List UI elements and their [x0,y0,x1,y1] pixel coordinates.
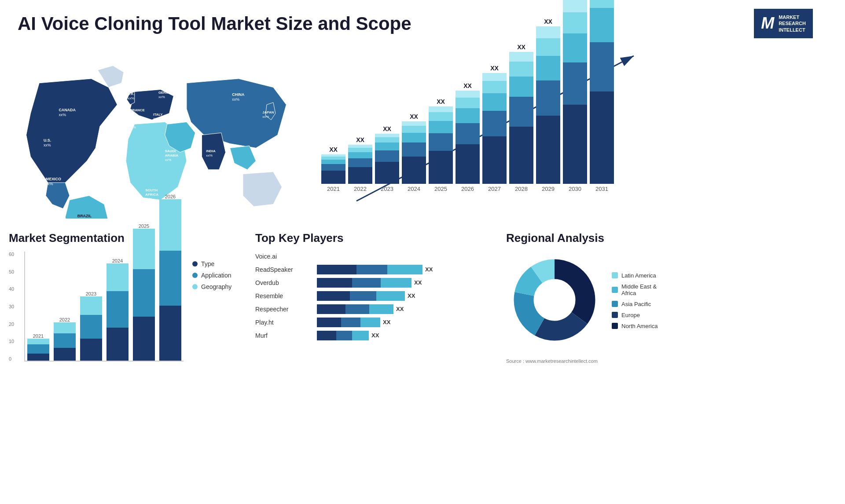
seg-bars: 2021 2022 2023 [24,252,184,362]
svg-text:ITALY: ITALY [153,112,163,116]
legend-apac: Asia Pacific [612,301,658,307]
bar-group-2028: XX 2028 [509,44,533,192]
regional-content: Latin America Middle East &Africa Asia P… [506,252,836,350]
svg-text:SPAIN: SPAIN [129,121,140,125]
player-row-overdub: Overdub XX [255,278,497,288]
player-row-playht: Play.ht XX [255,318,497,327]
svg-text:AFRICA: AFRICA [145,193,158,197]
top-row: CANADA xx% U.S. xx% MEXICO xx% BRAZIL xx… [0,43,845,225]
svg-text:xx%: xx% [158,95,165,99]
svg-text:xx%: xx% [128,96,134,100]
svg-text:CANADA: CANADA [59,108,76,112]
legend-north-america: North America [612,323,658,329]
svg-text:INDIA: INDIA [206,149,216,153]
seg-legend: Type Application Geography [192,260,231,362]
svg-text:FRANCE: FRANCE [130,108,145,112]
source-text: Source : www.marketresearchintellect.com [506,358,598,364]
svg-text:xx%: xx% [165,158,172,162]
svg-text:xx%: xx% [59,112,66,117]
y-axis: 60 50 40 30 20 10 0 [9,252,14,362]
player-row-murf: Murf XX [255,331,497,340]
legend-geography: Geography [192,283,231,290]
svg-text:SAUDI: SAUDI [165,149,176,153]
world-map-section: CANADA xx% U.S. xx% MEXICO xx% BRAZIL xx… [9,43,304,225]
players-list: Voice.ai ReadSpeaker XX Overdub [255,252,497,340]
player-row-resemble: Resemble XX [255,291,497,301]
svg-text:ARABIA: ARABIA [165,153,179,157]
key-players-title: Top Key Players [255,231,497,245]
player-row-respeecher: Respeecher XX [255,304,497,314]
regional-section: Regional Analysis [506,231,836,365]
svg-text:xx%: xx% [232,97,239,102]
svg-text:CHINA: CHINA [232,92,245,97]
logo-box: M MARKET RESEARCH INTELLECT [754,9,813,38]
key-players-section: Top Key Players Voice.ai ReadSpeaker XX [255,231,497,365]
bar-group-2023: XX 2023 [375,125,399,192]
player-row-voiceai: Voice.ai [255,252,497,261]
segmentation-title: Market Segmentation [9,231,246,245]
bar-group-2026: XX 2026 [456,82,480,192]
svg-point-39 [535,280,574,320]
seg-bar-2022: 2022 [54,315,76,361]
seg-bar-2024: 2024 [107,256,129,361]
header: AI Voice Cloning Tool Market Size and Sc… [0,0,845,43]
svg-text:BRAZIL: BRAZIL [77,214,92,218]
svg-text:xx%: xx% [44,142,51,147]
seg-chart-wrapper: 60 50 40 30 20 10 0 2021 [9,252,184,362]
bar-group-2024: XX 2024 [402,113,426,192]
bar-chart-bars: XX 2021 XX [321,43,827,192]
bottom-row: Market Segmentation 60 50 40 30 20 10 0 [0,229,845,367]
page-title: AI Voice Cloning Tool Market Size and Sc… [18,13,411,34]
svg-text:xx%: xx% [130,112,137,116]
source-area: Source : www.marketresearchintellect.com [506,357,836,365]
logo-text: MARKET RESEARCH INTELLECT [779,14,806,33]
seg-bar-2021: 2021 [27,332,49,361]
svg-text:xx%: xx% [46,182,53,186]
segmentation-section: Market Segmentation 60 50 40 30 20 10 0 [9,231,246,365]
svg-text:MEXICO: MEXICO [46,177,61,181]
legend-europe: Europe [612,312,658,318]
bar-group-2027: XX 2027 [482,65,507,192]
logo-letter: M [761,14,774,33]
svg-text:xx%: xx% [145,197,152,201]
legend-application: Application [192,272,231,279]
legend-type: Type [192,260,231,267]
regional-title: Regional Analysis [506,231,836,245]
world-map-svg: CANADA xx% U.S. xx% MEXICO xx% BRAZIL xx… [13,47,299,219]
donut-chart [506,252,603,350]
svg-text:JAPAN: JAPAN [262,110,274,114]
legend-latin: Latin America [612,272,658,279]
svg-text:xx%: xx% [153,117,160,121]
seg-bar-2023: 2023 [80,289,102,361]
seg-bar-2026: 2026 [159,192,181,361]
bar-group-2022: XX 2022 [348,136,372,192]
bar-group-2031: XX 2031 [590,0,614,192]
svg-text:U.K.: U.K. [128,92,135,96]
player-row-readspeaker: ReadSpeaker XX [255,265,497,274]
bar-group-2030: XX 2030 [563,0,587,192]
donut-svg [506,252,603,348]
segmentation-content: 60 50 40 30 20 10 0 2021 [9,252,246,362]
application-dot [192,273,198,278]
bar-chart-container: XX 2021 XX [321,43,827,214]
bar-group-2025: XX 2025 [429,98,453,192]
svg-text:GERMANY: GERMANY [158,91,176,95]
geography-dot [192,284,198,289]
svg-text:SOUTH: SOUTH [145,188,158,192]
bar-group-2021: XX 2021 [321,146,345,192]
svg-text:xx%: xx% [206,153,213,157]
svg-text:xx%: xx% [129,125,136,129]
regional-legend: Latin America Middle East &Africa Asia P… [612,272,658,329]
bar-group-2029: XX 2029 [536,18,560,192]
seg-bar-2025: 2025 [133,222,155,361]
legend-mea: Middle East &Africa [612,283,658,296]
svg-text:xx%: xx% [262,114,269,118]
logo-area: M MARKET RESEARCH INTELLECT [739,9,827,38]
bar-chart-section: XX 2021 XX [312,43,836,225]
type-dot [192,261,198,267]
svg-text:U.S.: U.S. [44,138,51,142]
